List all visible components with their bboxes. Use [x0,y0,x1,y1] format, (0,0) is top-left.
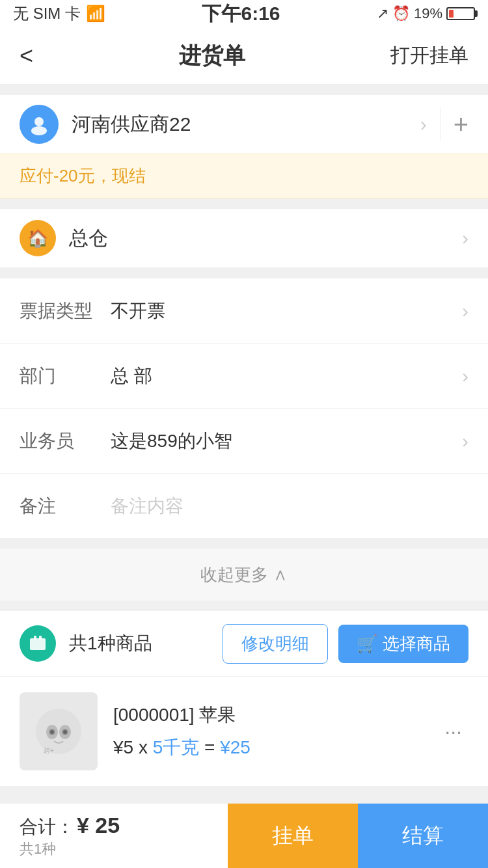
warehouse-row[interactable]: 🏠 总仓 › [0,209,488,267]
back-button[interactable]: < [20,42,33,70]
hang-button[interactable]: 挂单 [228,804,358,868]
remark-label: 备注 [20,494,98,519]
remark-row[interactable]: 备注 备注内容 [0,473,488,538]
collapse-label: 收起更多 ∧ [200,563,287,586]
supplier-name: 河南供应商22 [72,111,420,138]
supplier-section: 河南供应商22 › + 应付-20元，现结 [0,95,488,198]
salesman-chevron-icon: › [462,430,468,452]
product-qty: 5千克 [153,737,200,757]
product-more-button[interactable]: ··· [438,713,468,750]
total-label: 合计： [20,815,74,839]
status-bar: 无 SIM 卡 📶 下午6:16 ↗ ⏰ 19% [0,0,488,27]
battery-icon [446,7,475,20]
products-count: 共1种商品 [69,631,223,656]
location-icon: ↗ [377,5,388,22]
supplier-notice: 应付-20元，现结 [0,154,488,198]
total-count: 共1种 [20,839,208,859]
dept-chevron-icon: › [462,365,468,387]
invoice-value: 不开票 [98,299,462,323]
salesman-value: 这是859的小智 [98,429,462,454]
invoice-row[interactable]: 票据类型 不开票 › [0,278,488,343]
product-price-row: ¥5 x 5千克 = ¥25 [113,735,438,760]
checkout-button[interactable]: 结算 [358,804,488,868]
product-name: [0000001] 苹果 [113,703,438,727]
product-item: 碧+ [0000001] 苹果 ¥5 x 5千克 = ¥25 ··· [0,676,488,786]
select-product-button[interactable]: 🛒 选择商品 [338,625,468,663]
invoice-label: 票据类型 [20,299,98,323]
invoice-chevron-icon: › [462,300,468,322]
salesman-label: 业务员 [20,429,98,454]
product-unit-price: ¥5 x [113,737,153,757]
collapse-button[interactable]: 收起更多 ∧ [0,549,488,601]
page-title: 进货单 [179,41,245,71]
modify-detail-button[interactable]: 修改明细 [223,624,328,664]
nav-bar: < 进货单 打开挂单 [0,27,488,85]
warehouse-icon: 🏠 [20,220,56,256]
svg-point-11 [63,730,67,734]
svg-point-1 [31,126,47,135]
dept-value: 总 部 [98,364,462,388]
warehouse-chevron-icon: › [462,227,468,249]
salesman-row[interactable]: 业务员 这是859的小智 › [0,408,488,473]
form-section: 票据类型 不开票 › 部门 总 部 › 业务员 这是859的小智 › 备注 备注… [0,278,488,538]
dept-label: 部门 [20,364,98,388]
footer: 合计： ¥ 25 共1种 挂单 结算 [0,803,488,868]
products-icon [20,625,56,662]
product-eq: = [199,737,220,757]
status-time: 下午6:16 [202,1,280,27]
svg-rect-4 [39,636,42,640]
product-info: [0000001] 苹果 ¥5 x 5千克 = ¥25 [113,703,438,760]
cart-icon: 🛒 [357,634,377,654]
status-left: 无 SIM 卡 📶 [13,3,105,24]
checkout-label: 结算 [402,822,444,850]
svg-point-0 [34,117,44,126]
spacer1 [0,85,488,95]
supplier-avatar [20,105,59,144]
supplier-chevron-icon: › [420,113,427,135]
remark-input[interactable]: 备注内容 [98,494,468,519]
product-title: 苹果 [199,705,236,725]
alarm-icon: ⏰ [392,5,410,22]
products-section: 共1种商品 修改明细 🛒 选择商品 碧+ [0000001] 苹果 [0,611,488,786]
status-right: ↗ ⏰ 19% [377,5,475,22]
supplier-divider [440,108,441,141]
total-amount: ¥ 25 [77,813,120,838]
svg-text:碧+: 碧+ [44,747,54,754]
svg-rect-2 [30,638,46,650]
wifi-icon: 📶 [86,5,105,23]
battery-pct: 19% [414,5,442,22]
svg-point-10 [50,730,54,734]
product-total: ¥25 [220,737,251,757]
dept-row[interactable]: 部门 总 部 › [0,343,488,408]
open-hang-button[interactable]: 打开挂单 [390,42,468,69]
supplier-row[interactable]: 河南供应商22 › + [0,95,488,154]
footer-total: 合计： ¥ 25 共1种 [0,813,228,859]
add-supplier-button[interactable]: + [454,110,468,139]
select-product-label: 选择商品 [383,632,450,655]
battery-fill [449,10,454,18]
warehouse-name: 总仓 [69,225,462,252]
products-header: 共1种商品 修改明细 🛒 选择商品 [0,611,488,676]
sim-label: 无 SIM 卡 [13,3,81,24]
svg-point-5 [36,709,81,754]
svg-rect-3 [34,636,36,640]
hang-label: 挂单 [272,822,314,850]
product-code: [0000001] [113,705,199,725]
warehouse-section: 🏠 总仓 › [0,209,488,267]
product-thumbnail: 碧+ [20,692,98,770]
